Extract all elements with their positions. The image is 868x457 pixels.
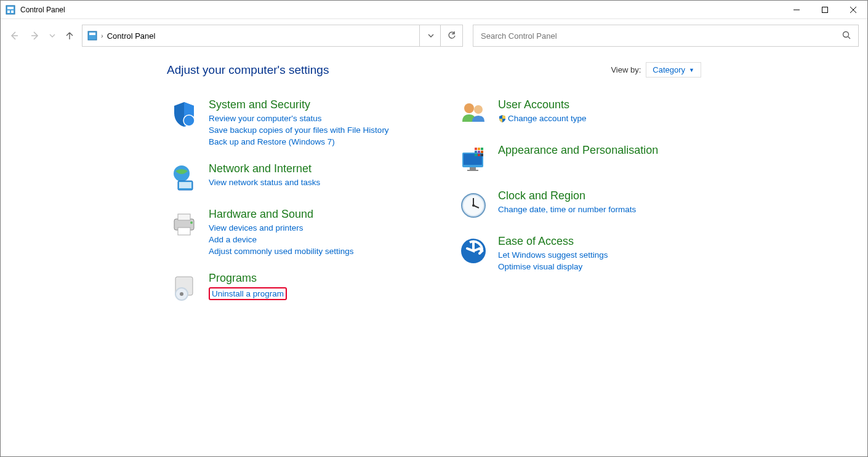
svg-rect-5 bbox=[822, 7, 828, 12]
svg-rect-39 bbox=[478, 154, 480, 156]
svg-point-25 bbox=[180, 292, 183, 296]
monitor-appearance-icon bbox=[456, 144, 491, 176]
header-row: Adjust your computer's settings View by:… bbox=[1, 62, 867, 89]
link-text: Change account type bbox=[508, 114, 587, 123]
search-box[interactable] bbox=[473, 25, 859, 47]
category-network-internet: Network and Internet View network status… bbox=[167, 162, 419, 194]
forward-button[interactable] bbox=[26, 27, 44, 44]
svg-rect-17 bbox=[179, 182, 191, 188]
category-system-security: System and Security Review your computer… bbox=[167, 98, 419, 149]
minimize-button[interactable] bbox=[782, 1, 811, 19]
search-icon[interactable] bbox=[842, 31, 851, 41]
link-backup-restore[interactable]: Back up and Restore (Windows 7) bbox=[209, 137, 419, 146]
breadcrumb-item[interactable]: Control Panel bbox=[107, 31, 156, 41]
svg-rect-32 bbox=[475, 148, 477, 150]
clock-icon bbox=[456, 189, 491, 221]
view-by-label: View by: bbox=[611, 65, 641, 74]
link-add-device[interactable]: Add a device bbox=[209, 235, 419, 244]
recent-locations-button[interactable] bbox=[47, 27, 57, 44]
link-suggest-settings[interactable]: Let Windows suggest settings bbox=[498, 250, 709, 260]
globe-network-icon bbox=[167, 162, 201, 194]
close-button[interactable] bbox=[839, 1, 867, 19]
link-devices-printers[interactable]: View devices and printers bbox=[209, 223, 419, 232]
view-by-dropdown[interactable]: Category ▼ bbox=[646, 62, 701, 77]
svg-point-12 bbox=[843, 31, 849, 37]
svg-rect-11 bbox=[89, 33, 95, 35]
category-title[interactable]: Hardware and Sound bbox=[209, 208, 419, 221]
category-title[interactable]: Appearance and Personalisation bbox=[498, 144, 709, 157]
svg-rect-33 bbox=[478, 148, 480, 150]
category-ease-of-access: Ease of Access Let Windows suggest setti… bbox=[456, 235, 709, 274]
shield-icon bbox=[167, 98, 201, 130]
link-review-status[interactable]: Review your computer's status bbox=[209, 114, 419, 123]
svg-point-26 bbox=[464, 103, 474, 113]
svg-rect-2 bbox=[7, 10, 10, 13]
svg-rect-1 bbox=[7, 7, 14, 9]
link-file-history[interactable]: Save backup copies of your files with Fi… bbox=[209, 125, 419, 135]
right-column: User Accounts Change account type bbox=[456, 98, 709, 317]
svg-rect-19 bbox=[178, 214, 190, 220]
category-programs: Programs Uninstall a program bbox=[167, 272, 419, 304]
control-panel-icon bbox=[87, 31, 97, 41]
printer-icon bbox=[167, 208, 201, 240]
svg-rect-20 bbox=[178, 228, 190, 235]
svg-point-21 bbox=[190, 221, 193, 224]
svg-rect-3 bbox=[11, 10, 14, 13]
svg-rect-31 bbox=[467, 170, 478, 171]
titlebar: Control Panel bbox=[1, 1, 867, 19]
svg-point-27 bbox=[474, 105, 483, 114]
svg-rect-38 bbox=[475, 154, 477, 156]
category-title[interactable]: Ease of Access bbox=[498, 235, 709, 248]
svg-point-45 bbox=[472, 204, 475, 207]
svg-rect-37 bbox=[481, 151, 483, 153]
link-mobility-settings[interactable]: Adjust commonly used mobility settings bbox=[209, 247, 419, 256]
link-visual-display[interactable]: Optimise visual display bbox=[498, 262, 709, 271]
window-title: Control Panel bbox=[20, 6, 65, 14]
window: Control Panel › Control P bbox=[0, 0, 868, 457]
user-accounts-icon bbox=[456, 98, 491, 130]
svg-line-13 bbox=[848, 36, 851, 39]
category-hardware-sound: Hardware and Sound View devices and prin… bbox=[167, 208, 419, 258]
ease-of-access-icon bbox=[456, 235, 491, 267]
page-heading: Adjust your computer's settings bbox=[167, 63, 611, 77]
category-title[interactable]: Programs bbox=[209, 272, 419, 285]
navbar: › Control Panel bbox=[1, 19, 867, 52]
svg-rect-36 bbox=[478, 151, 480, 153]
svg-rect-30 bbox=[470, 167, 476, 170]
svg-rect-40 bbox=[481, 154, 483, 156]
search-input[interactable] bbox=[481, 31, 842, 41]
link-uninstall-program[interactable]: Uninstall a program bbox=[212, 289, 284, 298]
breadcrumb-separator-icon: › bbox=[101, 32, 103, 39]
back-button[interactable] bbox=[6, 27, 23, 44]
category-title[interactable]: Network and Internet bbox=[209, 162, 419, 175]
uac-shield-icon bbox=[498, 114, 507, 123]
link-change-account-type[interactable]: Change account type bbox=[498, 114, 709, 123]
refresh-button[interactable] bbox=[440, 25, 462, 46]
link-network-status[interactable]: View network status and tasks bbox=[209, 178, 419, 187]
svg-rect-34 bbox=[481, 148, 483, 150]
address-history-button[interactable] bbox=[419, 25, 441, 46]
svg-rect-35 bbox=[475, 151, 477, 153]
category-title[interactable]: Clock and Region bbox=[498, 189, 709, 202]
programs-icon bbox=[167, 272, 201, 304]
category-title[interactable]: System and Security bbox=[209, 98, 419, 111]
category-appearance: Appearance and Personalisation bbox=[456, 144, 709, 176]
content-area: Adjust your computer's settings View by:… bbox=[1, 52, 867, 456]
address-bar[interactable]: › Control Panel bbox=[82, 25, 463, 47]
view-by-value: Category bbox=[653, 65, 685, 74]
category-clock-region: Clock and Region Change date, time or nu… bbox=[456, 189, 709, 221]
link-date-time-formats[interactable]: Change date, time or number formats bbox=[498, 205, 709, 214]
category-title[interactable]: User Accounts bbox=[498, 98, 709, 111]
control-panel-icon bbox=[6, 5, 15, 15]
chevron-down-icon: ▼ bbox=[689, 67, 694, 73]
category-user-accounts: User Accounts Change account type bbox=[456, 98, 709, 130]
up-button[interactable] bbox=[61, 27, 78, 44]
highlight-annotation: Uninstall a program bbox=[209, 287, 287, 300]
svg-point-14 bbox=[183, 115, 195, 126]
maximize-button[interactable] bbox=[811, 1, 839, 19]
categories: System and Security Review your computer… bbox=[1, 89, 867, 317]
left-column: System and Security Review your computer… bbox=[167, 98, 419, 317]
